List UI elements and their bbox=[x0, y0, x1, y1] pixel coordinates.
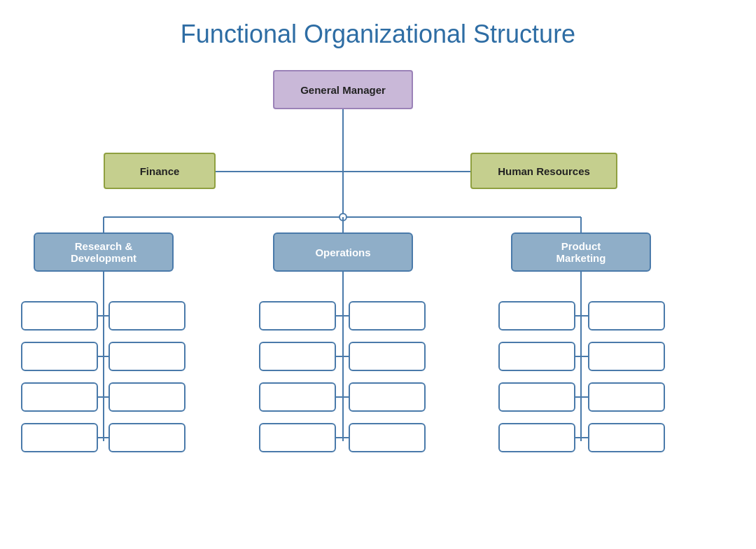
rd-label: Research &Development bbox=[71, 240, 136, 264]
ops-sub-left-2 bbox=[259, 342, 336, 371]
svg-point-6 bbox=[340, 214, 346, 221]
rd-sub-right-1 bbox=[108, 301, 186, 331]
rd-sub-left-3 bbox=[21, 382, 98, 412]
general-manager-label: General Manager bbox=[300, 84, 386, 96]
ops-sub-right-3 bbox=[349, 382, 426, 412]
ops-sub-left-3 bbox=[259, 382, 336, 412]
rd-box: Research &Development bbox=[34, 232, 174, 272]
rd-sub-left-4 bbox=[21, 423, 98, 452]
finance-box: Finance bbox=[104, 153, 216, 189]
hr-label: Human Resources bbox=[498, 165, 590, 177]
rd-sub-left-2 bbox=[21, 342, 98, 371]
ops-box: Operations bbox=[273, 232, 413, 272]
pm-sub-right-1 bbox=[588, 301, 665, 331]
pm-sub-left-3 bbox=[498, 382, 575, 412]
pm-sub-left-4 bbox=[498, 423, 575, 452]
pm-sub-left-1 bbox=[498, 301, 575, 331]
ops-sub-right-4 bbox=[349, 423, 426, 452]
pm-sub-right-2 bbox=[588, 342, 665, 371]
ops-sub-left-1 bbox=[259, 301, 336, 331]
finance-label: Finance bbox=[140, 165, 180, 177]
rd-sub-right-3 bbox=[108, 382, 186, 412]
ops-sub-left-4 bbox=[259, 423, 336, 452]
page-title: Functional Organizational Structure bbox=[0, 0, 756, 56]
page: Functional Organizational Structure bbox=[0, 0, 756, 549]
rd-sub-right-4 bbox=[108, 423, 186, 452]
pm-sub-right-4 bbox=[588, 423, 665, 452]
hr-box: Human Resources bbox=[470, 153, 617, 189]
general-manager-box: General Manager bbox=[273, 70, 413, 109]
pm-sub-right-3 bbox=[588, 382, 665, 412]
ops-label: Operations bbox=[315, 246, 370, 258]
ops-sub-right-1 bbox=[349, 301, 426, 331]
pm-label: ProductMarketing bbox=[556, 240, 606, 264]
rd-sub-left-1 bbox=[21, 301, 98, 331]
pm-box: ProductMarketing bbox=[511, 232, 651, 272]
pm-sub-left-2 bbox=[498, 342, 575, 371]
ops-sub-right-2 bbox=[349, 342, 426, 371]
rd-sub-right-2 bbox=[108, 342, 186, 371]
